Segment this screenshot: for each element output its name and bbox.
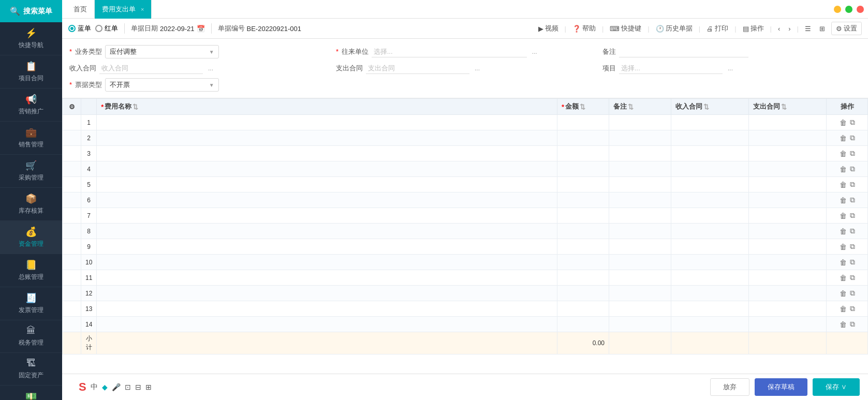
delete-row-icon[interactable]: 🗑 [840, 212, 847, 220]
copy-row-icon[interactable]: ⧉ [850, 242, 855, 251]
sidebar-item-quick-nav[interactable]: ⚡ 快捷导航 [0, 22, 62, 55]
income-contract-input[interactable] [99, 63, 203, 74]
delete-row-icon[interactable]: 🗑 [840, 258, 847, 266]
expense-contract-cell[interactable] [749, 146, 827, 161]
note-cell[interactable] [609, 192, 671, 208]
income-contract-cell[interactable] [671, 130, 749, 146]
copy-row-icon[interactable]: ⧉ [850, 134, 855, 142]
save-draft-button[interactable]: 保存草稿 [755, 378, 807, 396]
radio-red[interactable]: 红单 [95, 24, 118, 33]
amount-cell[interactable] [557, 255, 609, 270]
project-more-btn[interactable]: ... [726, 65, 735, 72]
copy-row-icon[interactable]: ⧉ [850, 149, 855, 158]
delete-row-icon[interactable]: 🗑 [840, 305, 847, 313]
expense-contract-cell[interactable] [749, 161, 827, 177]
note-cell[interactable] [609, 317, 671, 332]
sidebar-item-invoice[interactable]: 🧾 发票管理 [0, 287, 62, 320]
copy-row-icon[interactable]: ⧉ [850, 165, 855, 173]
expense-name-cell[interactable] [97, 208, 557, 224]
amount-cell[interactable] [557, 286, 609, 301]
note-input[interactable] [619, 46, 748, 57]
note-cell[interactable] [609, 115, 671, 130]
income-contract-cell[interactable] [671, 115, 749, 130]
discard-button[interactable]: 放弃 [710, 378, 749, 396]
expense-name-cell[interactable] [97, 255, 557, 270]
copy-row-icon[interactable]: ⧉ [850, 180, 855, 189]
minimize-button[interactable]: — [834, 6, 841, 13]
note-cell[interactable] [609, 146, 671, 161]
radio-blue[interactable]: 蓝单 [68, 24, 91, 33]
mic-icon[interactable]: 🎤 [112, 383, 121, 391]
delete-row-icon[interactable]: 🗑 [840, 196, 847, 204]
amount-cell[interactable] [557, 115, 609, 130]
expense-name-cell[interactable] [97, 224, 557, 239]
nav-prev-btn[interactable]: ‹ [776, 24, 782, 34]
sidebar-item-inventory[interactable]: 📦 库存核算 [0, 188, 62, 221]
sidebar-search[interactable]: 🔍 搜索菜单 [0, 0, 62, 22]
income-contract-more-btn[interactable]: ... [206, 65, 215, 72]
note-cell[interactable] [609, 301, 671, 317]
copy-row-icon[interactable]: ⧉ [850, 320, 855, 329]
copy-row-icon[interactable]: ⧉ [850, 289, 855, 298]
sidebar-item-capital[interactable]: 💰 资金管理 [0, 221, 62, 254]
expense-contract-cell[interactable] [749, 115, 827, 130]
sidebar-item-fixed-assets[interactable]: 🏗 固定资产 [0, 353, 62, 386]
chinese-input-icon[interactable]: 中 [91, 382, 98, 392]
shortcut-btn[interactable]: ⌨ 快捷键 [608, 23, 643, 34]
copy-row-icon[interactable]: ⧉ [850, 211, 855, 220]
sidebar-item-sales[interactable]: 💼 销售管理 [0, 122, 62, 155]
settings-button[interactable]: ⚙ 设置 [831, 22, 862, 35]
minus-table-icon[interactable]: ⊟ [135, 383, 141, 391]
income-contract-cell[interactable] [671, 192, 749, 208]
note-cell[interactable] [609, 208, 671, 224]
amount-cell[interactable] [557, 208, 609, 224]
expense-name-cell[interactable] [97, 286, 557, 301]
video-btn[interactable]: ▶ 视频 [536, 23, 561, 34]
view-list-btn[interactable]: ☰ [803, 24, 813, 34]
expense-contract-cell[interactable] [749, 224, 827, 239]
delete-row-icon[interactable]: 🗑 [840, 181, 847, 189]
income-contract-cell[interactable] [671, 224, 749, 239]
amount-cell[interactable] [557, 317, 609, 332]
amount-cell[interactable] [557, 146, 609, 161]
delete-row-icon[interactable]: 🗑 [840, 289, 847, 298]
help-btn[interactable]: ❓ 帮助 [570, 23, 598, 34]
expense-name-cell[interactable] [97, 115, 557, 130]
income-contract-cell[interactable] [671, 208, 749, 224]
sidebar-item-tax[interactable]: 🏛 税务管理 [0, 320, 62, 353]
expense-contract-cell[interactable] [749, 286, 827, 301]
copy-row-icon[interactable]: ⧉ [850, 196, 855, 204]
partner-more-btn[interactable]: ... [530, 48, 539, 55]
expense-contract-input[interactable] [366, 63, 469, 74]
expense-contract-sort[interactable]: 支出合同 ⇅ [753, 102, 787, 111]
nav-next-btn[interactable]: › [786, 24, 792, 34]
expense-contract-cell[interactable] [749, 130, 827, 146]
calendar-icon[interactable]: 📅 [197, 25, 205, 33]
close-button[interactable]: × [857, 6, 864, 13]
note-cell[interactable] [609, 239, 671, 255]
operate-btn[interactable]: ▤ 操作 [741, 23, 766, 34]
sidebar-item-purchase[interactable]: 🛒 采购管理 [0, 155, 62, 188]
note-cell[interactable] [609, 255, 671, 270]
note-cell[interactable] [609, 270, 671, 286]
expense-contract-more-btn[interactable]: ... [473, 65, 482, 72]
expense-contract-cell[interactable] [749, 192, 827, 208]
expense-name-cell[interactable] [97, 146, 557, 161]
table-icon[interactable]: ⊡ [125, 383, 131, 391]
note-cell[interactable] [609, 224, 671, 239]
amount-cell[interactable] [557, 177, 609, 192]
sidebar-item-accounting[interactable]: 📒 总账管理 [0, 254, 62, 287]
note-sort[interactable]: 备注 ⇅ [613, 102, 634, 111]
maximize-button[interactable]: □ [845, 6, 852, 13]
history-btn[interactable]: 🕐 历史单据 [654, 23, 695, 34]
expense-name-cell[interactable] [97, 130, 557, 146]
note-cell[interactable] [609, 130, 671, 146]
income-contract-cell[interactable] [671, 239, 749, 255]
income-contract-cell[interactable] [671, 161, 749, 177]
save-button[interactable]: 保存 ∨ [813, 378, 860, 396]
delete-row-icon[interactable]: 🗑 [840, 165, 847, 173]
tab-expense-bill[interactable]: 费用支出单 × [95, 0, 152, 19]
delete-row-icon[interactable]: 🗑 [840, 227, 847, 235]
tab-home[interactable]: 首页 [66, 0, 95, 19]
partner-input[interactable] [372, 46, 527, 57]
